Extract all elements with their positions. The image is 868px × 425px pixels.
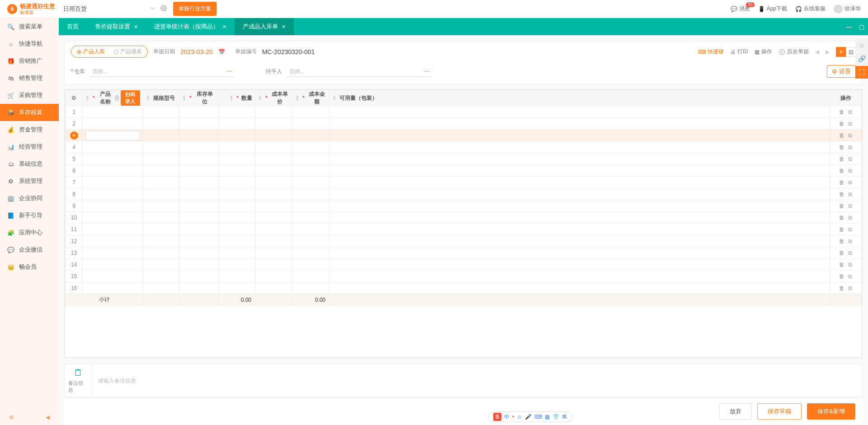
delete-row-icon[interactable]: 🗑 [839, 226, 844, 233]
delete-row-icon[interactable]: 🗑 [839, 273, 844, 280]
sidebar-item[interactable]: 💬企业微信 [0, 241, 59, 258]
remark-input[interactable] [92, 364, 862, 397]
add-row-icon[interactable]: + [70, 131, 78, 140]
tab[interactable]: 售价提取设置✕ [87, 18, 146, 35]
table-row[interactable]: 9 🗑 ⧉ [66, 200, 862, 212]
support-button[interactable]: 🎧 在线客服 [795, 5, 826, 13]
sidebar-item[interactable]: 👑畅会员 [0, 258, 59, 276]
delete-row-icon[interactable]: 🗑 [839, 285, 844, 291]
delete-row-icon[interactable]: 🗑 [839, 121, 844, 127]
ime-toolbar[interactable]: S 中 • ☺ 🎤 ⌨ ▦ 👕 🛠 [488, 411, 572, 422]
copy-row-icon[interactable]: ⧉ [848, 215, 852, 221]
prev-icon[interactable]: ◀ [815, 49, 819, 55]
dock-link-icon[interactable]: 🔗 [855, 52, 868, 65]
table-row[interactable]: 2 🗑 ⧉ [66, 118, 862, 130]
scan-button[interactable]: 扫码录入 [121, 90, 140, 106]
gear-icon[interactable] [160, 5, 167, 13]
copy-row-icon[interactable]: ⧉ [848, 226, 852, 233]
table-row[interactable]: 11 🗑 ⧉ [66, 224, 862, 235]
messages-button[interactable]: 💬 消息 70 [731, 5, 750, 13]
col-amount-header[interactable]: ▲▼*成本金额 [292, 90, 330, 106]
delete-row-icon[interactable]: 🗑 [839, 156, 844, 162]
tab[interactable]: 进货单统计表（按商品）✕ [146, 18, 235, 35]
copy-row-icon[interactable]: ⧉ [848, 168, 852, 174]
radio-product-out[interactable]: 产品退库 [109, 47, 146, 56]
sidebar-item[interactable]: 💰资金管理 [0, 121, 59, 138]
copy-row-icon[interactable]: ⧉ [848, 238, 852, 244]
table-row[interactable]: 4 🗑 ⧉ [66, 141, 862, 153]
radio-product-in[interactable]: 产品入库 [72, 47, 109, 56]
sidebar-item[interactable]: 🏢企业协同 [0, 190, 59, 207]
product-cell-input[interactable] [85, 131, 140, 140]
save-new-button[interactable]: 保存&新增 [807, 403, 855, 420]
history-button[interactable]: 🕘 历史单据 [778, 48, 809, 56]
delete-row-icon[interactable]: 🗑 [839, 238, 844, 244]
delete-row-icon[interactable]: 🗑 [839, 191, 844, 197]
copy-row-icon[interactable]: ⧉ [848, 156, 852, 162]
sidebar-item[interactable]: ⚙系统管理 [0, 173, 59, 190]
dock-ai-icon[interactable]: ☺ [855, 39, 868, 51]
tab-minimize-button[interactable]: — [843, 23, 855, 30]
operate-button[interactable]: ▦ 操作 [755, 48, 772, 56]
copy-row-icon[interactable]: ⧉ [848, 191, 852, 197]
table-row[interactable]: 12 🗑 ⧉ [66, 235, 862, 247]
discard-button[interactable]: 放弃 [719, 403, 752, 420]
app-download-button[interactable]: 📱 App下载 [758, 5, 787, 13]
copy-row-icon[interactable]: ⧉ [848, 250, 852, 256]
sidebar-item[interactable]: 🗂基础信息 [0, 155, 59, 173]
copy-row-icon[interactable]: ⧉ [848, 179, 852, 186]
col-settings-header[interactable]: ⚙ [66, 90, 83, 106]
copy-row-icon[interactable]: ⧉ [848, 109, 852, 115]
delete-row-icon[interactable]: 🗑 [839, 144, 844, 150]
next-icon[interactable]: ▶ [826, 49, 830, 55]
delete-row-icon[interactable]: 🗑 [839, 250, 844, 256]
col-avail-header[interactable]: ▲▼可用量（包装） [330, 90, 830, 106]
print-button[interactable]: 🖨 打印 [730, 48, 748, 56]
close-icon[interactable]: ✕ [282, 24, 286, 30]
delete-row-icon[interactable]: 🗑 [839, 262, 844, 268]
table-row[interactable]: 15 🗑 ⧉ [66, 271, 862, 282]
table-row[interactable]: 8 🗑 ⧉ [66, 188, 862, 200]
delete-row-icon[interactable]: 🗑 [839, 168, 844, 174]
table-row[interactable]: 10 🗑 ⧉ [66, 212, 862, 224]
user-menu[interactable]: 徐泽华 [834, 5, 861, 14]
delete-row-icon[interactable]: 🗑 [839, 215, 844, 221]
copy-row-icon[interactable]: ⧉ [848, 121, 852, 127]
sidebar-item[interactable]: 🔍搜索菜单 [0, 18, 59, 35]
workspace-selector[interactable]: 日用百货 ﹀ [63, 5, 167, 13]
col-qty-header[interactable]: ▲▼*数量 [218, 90, 255, 106]
table-row[interactable]: 13 🗑 ⧉ [66, 247, 862, 259]
sidebar-item[interactable]: 📦库存核算 [0, 104, 59, 121]
sidebar-item[interactable]: 🛒采购管理 [0, 87, 59, 104]
delete-row-icon[interactable]: 🗑 [839, 179, 844, 186]
date-value[interactable]: 2023-03-20 [180, 48, 213, 56]
tab[interactable]: 首页 [59, 18, 87, 35]
more-icon[interactable]: ⋯ [227, 68, 233, 75]
sidebar-item[interactable]: 🎁营销推广 [0, 52, 59, 70]
tab-expand-button[interactable]: ▢ [855, 23, 868, 30]
close-icon[interactable]: ✕ [222, 24, 226, 30]
dock-expand-icon[interactable]: ⛶ [855, 66, 868, 79]
tab[interactable]: 产成品入库单✕ [235, 18, 294, 35]
handler-input[interactable] [287, 66, 431, 77]
sidebar-item[interactable]: 🧩应用中心 [0, 224, 59, 241]
shortcut-button[interactable]: ⌨ 快捷键 [698, 48, 724, 56]
table-row[interactable]: 16 🗑 ⧉ [66, 282, 862, 294]
cta-button[interactable]: 体验行业方案 [173, 2, 217, 16]
table-row[interactable]: 7 🗑 ⧉ [66, 177, 862, 188]
settings-icon[interactable]: ⚙ [9, 414, 14, 420]
more-icon[interactable]: ⋯ [424, 68, 430, 75]
copy-row-icon[interactable]: ⧉ [848, 262, 852, 268]
copy-row-icon[interactable]: ⧉ [848, 203, 852, 209]
delete-row-icon[interactable]: 🗑 [839, 109, 844, 115]
copy-row-icon[interactable]: ⧉ [848, 285, 852, 291]
col-unit-header[interactable]: ▲▼*库存单位 [179, 90, 218, 106]
copy-row-icon[interactable]: ⧉ [848, 132, 852, 139]
collapse-icon[interactable]: ◀ [46, 414, 50, 420]
col-spec-header[interactable]: ▲▼规格型号 [143, 90, 179, 106]
table-row[interactable]: 1 🗑 ⧉ [66, 106, 862, 118]
table-row[interactable]: + 🗑 ⧉ [66, 130, 862, 141]
sidebar-item[interactable]: 📘新手引导 [0, 207, 59, 224]
table-row[interactable]: 6 🗑 ⧉ [66, 165, 862, 177]
delete-row-icon[interactable]: 🗑 [839, 132, 844, 139]
